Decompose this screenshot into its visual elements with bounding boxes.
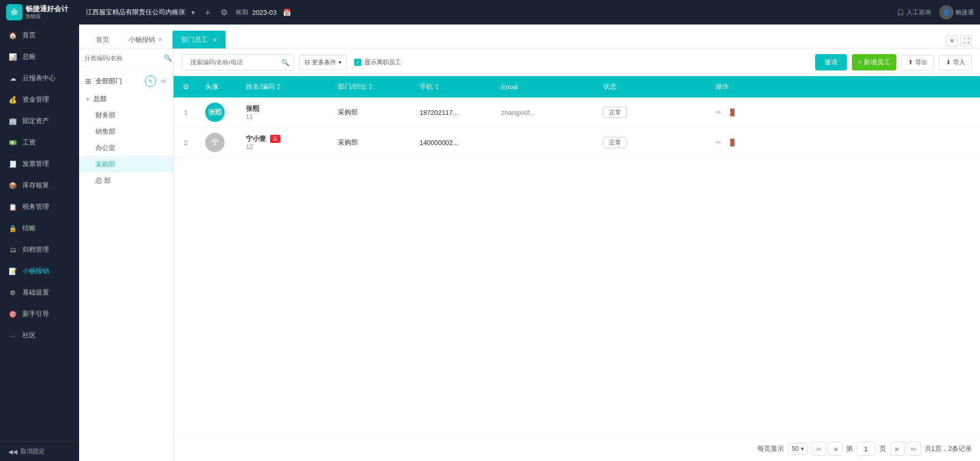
dept-edit-badge[interactable]: ✎	[145, 76, 156, 87]
page-size-select[interactable]: 50 ▾	[788, 443, 807, 454]
td-avatar: 张熙	[198, 98, 239, 128]
th-dept[interactable]: 部门/职位 ▲▼	[331, 76, 412, 98]
dept-child-purchase[interactable]: 采购部	[79, 156, 173, 173]
sidebar-label-invoice: 发票管理	[22, 159, 49, 168]
dept-child-general[interactable]: 总 部	[79, 173, 173, 189]
sidebar-unpin[interactable]: ◀◀ 取消固定	[0, 442, 79, 461]
employee-search-input[interactable]	[186, 57, 278, 68]
dept-search-input[interactable]	[84, 55, 161, 62]
content-area: 首页 小畅报销 × 部门员工 × ✕ ⛶ 🔍	[79, 25, 980, 461]
expense-icon: 📝	[8, 266, 17, 276]
dept-child-sales[interactable]: 销售部	[79, 124, 173, 140]
user-label: 畅捷通	[955, 8, 974, 17]
sidebar-item-more[interactable]: ··· 社区	[0, 325, 79, 346]
sidebar-label-salary: 工资	[22, 138, 36, 147]
edit-icon[interactable]: ✏	[716, 108, 722, 116]
export-button[interactable]: ⬆ 导出	[901, 55, 934, 70]
page-next-btn[interactable]: ▶	[890, 442, 904, 456]
dept-search-icon[interactable]: 🔍	[164, 54, 172, 62]
dept-collapse-icon[interactable]: ≪	[160, 78, 167, 85]
period-value[interactable]: 2023-03	[252, 9, 277, 16]
tab-maximize[interactable]: ⛶	[961, 35, 972, 46]
sidebar-label-expense: 小畅报销	[22, 266, 49, 276]
page-prev-btn[interactable]: ◀	[828, 442, 842, 456]
logo-icon: 会	[6, 4, 22, 20]
sidebar-item-checkout[interactable]: 🔒 结账	[0, 217, 79, 239]
show-resigned-toggle[interactable]: ✓ 显示离职员工	[354, 58, 401, 67]
dept-child-finance[interactable]: 财务部	[79, 107, 173, 124]
tax-icon: 📋	[8, 202, 17, 211]
dept-office-label: 办公室	[95, 144, 115, 152]
sidebar-item-cloud-report[interactable]: ☁ 云报表中心	[0, 67, 79, 89]
service-button[interactable]: 🎧 人工咨询	[897, 8, 931, 17]
dept-general-label: 总 部	[95, 177, 111, 184]
invoice-icon: 🧾	[8, 159, 17, 168]
tab-expense-close[interactable]: ×	[158, 36, 162, 43]
sidebar-item-fund[interactable]: 💰 资金管理	[0, 89, 79, 110]
import-button[interactable]: ⬇ 导入	[939, 55, 972, 70]
per-page-label: 每页显示	[757, 444, 784, 453]
delete-icon[interactable]: 🚪	[728, 108, 737, 116]
sidebar-label-inventory: 库存核算	[22, 181, 49, 190]
sidebar-item-tax[interactable]: 📋 税务管理	[0, 196, 79, 217]
tab-dept-employee[interactable]: 部门员工 ×	[173, 31, 226, 48]
tab-dept-close[interactable]: ×	[213, 36, 217, 44]
table-header-row: ⚙ 头像 姓名/编码 ▲▼	[174, 76, 980, 98]
page-first-btn[interactable]: ⏮	[812, 442, 826, 456]
delete-icon[interactable]: 🚪	[728, 138, 737, 147]
th-email: Email	[494, 76, 596, 98]
sidebar-label-fund: 资金管理	[22, 95, 49, 104]
sidebar-item-inventory[interactable]: 📦 库存核算	[0, 175, 79, 196]
th-name[interactable]: 姓名/编码 ▲▼	[239, 76, 331, 98]
page-nav: ⏮ ◀ 第 页 ▶ ⏭	[812, 442, 921, 456]
page-suffix-label: 页	[879, 444, 886, 453]
filter-icon: ⊟	[305, 59, 310, 66]
sidebar-item-settings[interactable]: ⚙ 基础设置	[0, 282, 79, 303]
td-status: 正常	[596, 128, 708, 158]
pin-icon: ◀◀	[8, 448, 17, 455]
sidebar-item-home[interactable]: 🏠 首页	[0, 25, 79, 46]
invite-button[interactable]: 邀请	[815, 54, 847, 70]
settings-icon[interactable]: ⚙	[220, 8, 228, 17]
sidebar-item-guide[interactable]: 🎯 新手引导	[0, 303, 79, 325]
employee-search-icon[interactable]: 🔍	[281, 59, 289, 66]
tab-home[interactable]: 首页	[87, 31, 118, 48]
page-last-btn[interactable]: ⏭	[906, 442, 921, 456]
sidebar-item-asset[interactable]: 🏢 固定资产	[0, 110, 79, 132]
edit-icon[interactable]: ✏	[716, 138, 722, 147]
company-name: 江西服宝精品有限责任公司内账张	[86, 8, 185, 17]
td-action: ✏ 🚪	[708, 128, 980, 158]
td-name: 宁小壹 应 12	[239, 128, 331, 158]
dept-arrow-icon: ▼	[85, 96, 90, 102]
dept-parent-hq[interactable]: ▼ 总部	[79, 91, 173, 107]
add-tab-icon[interactable]: ＋	[203, 6, 212, 18]
th-phone[interactable]: 手机 ▲▼	[412, 76, 494, 98]
table-row: 2 宁 宁小壹 应 12 采购部 140000002... 正常 ✏ 🚪	[174, 128, 980, 158]
show-resigned-label: 显示离职员工	[364, 58, 401, 67]
calendar-icon[interactable]: 📅	[283, 9, 291, 16]
show-resigned-checkbox[interactable]: ✓	[354, 59, 361, 66]
filter-button[interactable]: ⊟ 更多条件 ▾	[299, 55, 347, 70]
column-settings-icon[interactable]: ⚙	[183, 83, 189, 91]
sidebar-item-salary[interactable]: 💵 工资	[0, 132, 79, 153]
employee-name: 张熙	[246, 104, 259, 113]
dept-child-office[interactable]: 办公室	[79, 140, 173, 156]
sidebar-item-invoice[interactable]: 🧾 发票管理	[0, 153, 79, 175]
settings-nav-icon: ⚙	[8, 288, 17, 297]
sidebar-item-ledger[interactable]: 📊 总账	[0, 46, 79, 67]
name-sort-icon: ▲▼	[277, 83, 281, 91]
company-dropdown-icon[interactable]: ▾	[191, 9, 195, 16]
add-employee-button[interactable]: + 新增员工	[852, 54, 896, 70]
employee-avatar: 宁	[205, 133, 225, 152]
sidebar-item-expense[interactable]: 📝 小畅报销	[0, 260, 79, 282]
td-email	[494, 128, 596, 158]
tab-expense[interactable]: 小畅报销 ×	[120, 31, 170, 48]
tab-close-window[interactable]: ✕	[946, 35, 958, 46]
dept-all-item[interactable]: ⊞ 全部部门 ✎ ≪	[79, 71, 173, 91]
page-number-input[interactable]	[857, 442, 875, 456]
more-icon: ···	[8, 331, 17, 340]
employee-table-area: ⚙ 头像 姓名/编码 ▲▼	[174, 76, 980, 436]
user-menu[interactable]: 👤 畅捷通	[939, 5, 974, 19]
sidebar-item-archive[interactable]: 🗂 归档管理	[0, 239, 79, 260]
page-prefix-label: 第	[846, 444, 853, 453]
